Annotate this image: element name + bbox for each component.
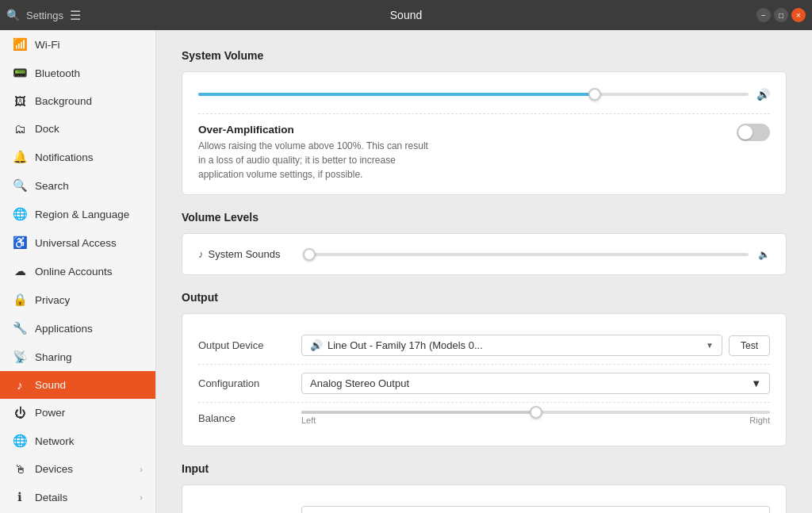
sidebar-label-background: Background [35, 95, 92, 107]
minimize-button[interactable]: − [756, 8, 771, 22]
titlebar-title: Sound [390, 9, 422, 21]
sidebar-label-bluetooth: Bluetooth [35, 67, 80, 79]
over-amplification-text: Over-Amplification Allows raising the vo… [198, 124, 436, 182]
sidebar-item-devices[interactable]: 🖱Devices› [0, 455, 155, 483]
sidebar: 📶Wi-Fi📟Bluetooth🖼Background🗂Dock🔔Notific… [0, 30, 156, 513]
system-volume-track[interactable] [198, 93, 749, 96]
over-amp-description: Allows raising the volume above 100%. Th… [198, 139, 436, 182]
sidebar-item-details[interactable]: ℹDetails› [0, 483, 155, 511]
output-device-select[interactable]: 🔊 Line Out - Family 17h (Models 0... ▼ [301, 335, 722, 356]
details-icon: ℹ [13, 490, 27, 504]
config-select-arrow-icon: ▼ [751, 377, 761, 389]
sidebar-label-notifications: Notifications [35, 151, 94, 163]
balance-slider-wrap: Left Right [301, 411, 770, 425]
output-config-select[interactable]: Analog Stereo Output ▼ [301, 373, 770, 394]
balance-slider-row [301, 411, 770, 414]
system-sounds-row: ♪ System Sounds 🔈 [198, 247, 770, 262]
titlebar-search-icon[interactable]: 🔍 [6, 9, 20, 21]
output-device-control: 🔊 Line Out - Family 17h (Models 0... ▼ T… [301, 335, 770, 356]
sidebar-label-dock: Dock [35, 123, 59, 135]
output-config-value: Analog Stereo Output [310, 377, 409, 389]
sidebar-item-wifi[interactable]: 📶Wi-Fi [0, 30, 155, 59]
titlebar-menu-icon[interactable]: ☰ [70, 8, 81, 23]
select-down-arrow-icon: ▼ [706, 341, 714, 350]
output-config-row: Configuration Analog Stereo Output ▼ [198, 365, 770, 403]
sidebar-label-sharing: Sharing [35, 351, 72, 363]
input-card: Input Device ▼ Configuration ▼ [182, 484, 787, 513]
input-device-select[interactable]: ▼ [301, 506, 770, 513]
sidebar-label-sound: Sound [35, 379, 66, 391]
balance-fill [301, 411, 536, 414]
balance-control: Left Right [301, 411, 770, 425]
sidebar-arrow-details: › [140, 492, 143, 502]
network-icon: 🌐 [13, 434, 27, 448]
system-volume-card: 🔊 Over-Amplification Allows raising the … [182, 71, 787, 195]
system-sounds-track[interactable] [303, 253, 749, 256]
sidebar-label-network: Network [35, 435, 75, 447]
system-sounds-thumb[interactable] [303, 248, 316, 261]
sidebar-label-devices: Devices [35, 463, 73, 475]
sidebar-item-search[interactable]: 🔍Search [0, 171, 155, 200]
app-name: Settings [26, 10, 63, 21]
output-config-label: Configuration [198, 377, 301, 389]
volume-levels-title: Volume Levels [182, 211, 787, 224]
output-device-icon: 🔊 [310, 339, 323, 351]
system-volume-thumb[interactable] [588, 88, 601, 101]
output-title: Output [182, 291, 787, 304]
sidebar-item-network[interactable]: 🌐Network [0, 427, 155, 455]
dock-icon: 🗂 [13, 122, 27, 136]
sidebar-item-sharing[interactable]: 📡Sharing [0, 343, 155, 371]
sidebar-item-background[interactable]: 🖼Background [0, 87, 155, 115]
over-amp-toggle[interactable] [737, 124, 770, 141]
balance-track[interactable] [301, 411, 770, 414]
maximize-button[interactable]: □ [774, 8, 788, 22]
input-title: Input [182, 462, 787, 475]
balance-thumb[interactable] [530, 406, 542, 419]
sidebar-item-region[interactable]: 🌐Region & Language [0, 200, 155, 228]
volume-levels-card: ♪ System Sounds 🔈 [182, 233, 787, 275]
sidebar-label-privacy: Privacy [35, 294, 70, 306]
output-device-row: Output Device 🔊 Line Out - Family 17h (M… [198, 327, 770, 365]
card-divider [198, 113, 770, 114]
power-icon: ⏻ [13, 406, 27, 419]
sidebar-label-applications: Applications [35, 323, 93, 335]
balance-row: Balance Left Right [198, 403, 770, 433]
sidebar-item-universal[interactable]: ♿Universal Access [0, 228, 155, 257]
sidebar-item-bluetooth[interactable]: 📟Bluetooth [0, 59, 155, 87]
sidebar-label-online: Online Accounts [35, 266, 113, 278]
sidebar-item-notifications[interactable]: 🔔Notifications [0, 143, 155, 171]
sidebar-label-universal: Universal Access [35, 237, 117, 249]
system-volume-title: System Volume [182, 49, 787, 62]
sidebar-label-details: Details [35, 492, 67, 503]
output-config-control: Analog Stereo Output ▼ [301, 373, 770, 394]
wifi-icon: 📶 [13, 37, 27, 52]
over-amp-title: Over-Amplification [198, 124, 436, 136]
close-button[interactable]: × [791, 8, 806, 22]
sidebar-item-applications[interactable]: 🔧Applications [0, 314, 155, 343]
sound-icon: ♪ [13, 378, 27, 392]
online-icon: ☁ [13, 264, 27, 278]
sidebar-item-power[interactable]: ⏻Power [0, 399, 155, 427]
sidebar-label-power: Power [35, 407, 65, 419]
volume-speaker-icon: 🔊 [756, 88, 770, 101]
titlebar-controls: − □ × [756, 8, 806, 22]
notifications-icon: 🔔 [13, 150, 27, 164]
system-sounds-volume-icon: 🔈 [758, 249, 770, 260]
output-device-value: Line Out - Family 17h (Models 0... [327, 339, 483, 351]
sidebar-arrow-devices: › [140, 465, 143, 474]
sidebar-item-sound[interactable]: ♪Sound [0, 371, 155, 399]
select-box-inner: 🔊 Line Out - Family 17h (Models 0... [310, 339, 483, 351]
input-device-row: Input Device ▼ [198, 498, 770, 513]
input-device-control: ▼ [301, 506, 770, 513]
system-volume-slider-row: 🔊 [198, 85, 770, 104]
sidebar-label-search: Search [35, 180, 69, 192]
sidebar-item-online[interactable]: ☁Online Accounts [0, 257, 155, 285]
balance-right-label: Right [749, 415, 770, 425]
sidebar-item-privacy[interactable]: 🔒Privacy [0, 285, 155, 314]
devices-icon: 🖱 [13, 462, 27, 476]
titlebar-left: 🔍 Settings ☰ [6, 8, 81, 23]
sidebar-item-dock[interactable]: 🗂Dock [0, 115, 155, 143]
test-button[interactable]: Test [729, 335, 770, 356]
bluetooth-icon: 📟 [13, 66, 27, 80]
main-layout: 📶Wi-Fi📟Bluetooth🖼Background🗂Dock🔔Notific… [0, 30, 812, 513]
